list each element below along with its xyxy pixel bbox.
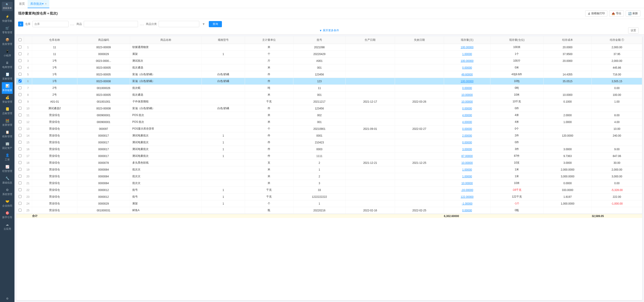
row-qty-main-20[interactable]: 10.00000 — [444, 180, 490, 187]
row-checkbox-22[interactable] — [16, 194, 24, 200]
table-row[interactable]: 9 A01-01 001001001 子件保质期组 千克 20211217 20… — [16, 98, 642, 105]
checkbox-5[interactable] — [18, 80, 22, 82]
row-checkbox-1[interactable] — [16, 51, 24, 58]
export-button[interactable]: 📤导出 — [609, 11, 624, 17]
row-qty-main-3[interactable]: 0.00000 — [444, 64, 490, 71]
row-checkbox-19[interactable] — [16, 173, 24, 180]
tab-close-inventory_batch[interactable]: × — [45, 2, 46, 6]
checkbox-18[interactable] — [18, 168, 22, 171]
row-checkbox-6[interactable] — [16, 85, 24, 92]
row-qty-main-12[interactable]: 0.00000 — [444, 125, 490, 132]
sidebar-search[interactable]: 🔍 搜索菜单 — [2, 2, 13, 11]
search-button[interactable]: 查询 — [209, 21, 222, 27]
row-qty-main-11[interactable]: 4.00000 — [444, 119, 490, 125]
sidebar-item-newbie[interactable]: 🎯 新手引导 — [2, 209, 13, 221]
table-row[interactable]: 17 营业综仓 0000017 测试电量批次 1 件 1111 87.00000… — [16, 153, 642, 160]
row-checkbox-24[interactable] — [16, 207, 24, 214]
table-row[interactable]: 20 营业综仓 0000084 批次次 米 2 1.00000 1米 3,000… — [16, 173, 642, 180]
row-qty-main-8[interactable]: 10.00000 — [444, 98, 490, 105]
expand-conditions-btn[interactable]: ▼ 展开更多条件 — [320, 29, 339, 32]
sidebar-item-tax[interactable]: 📋 税务管理 — [2, 128, 13, 140]
row-checkbox-17[interactable] — [16, 160, 24, 166]
table-row[interactable]: 24 营业综仓 0000029 展架 1 个 1 -1.00000 -1个 1,… — [16, 200, 642, 207]
checkbox-2[interactable] — [18, 59, 22, 62]
row-checkbox-11[interactable] — [16, 119, 24, 125]
row-qty-main-4[interactable]: 49.60000 — [444, 71, 490, 78]
checkbox-24[interactable] — [18, 209, 22, 212]
sidebar-item-cloud[interactable]: ☁ 云应用 — [2, 221, 13, 232]
row-checkbox-4[interactable] — [16, 71, 24, 78]
row-qty-main-24[interactable]: 0.00000 — [444, 207, 490, 214]
checkbox-8[interactable] — [18, 100, 22, 103]
row-checkbox-13[interactable] — [16, 132, 24, 139]
table-row[interactable]: 3 1号 0023-0000... 测试批次 斤 A001 100.00000 … — [16, 58, 642, 64]
table-row[interactable]: 19 营业综仓 0000084 批次次 米 1 1.00000 1米 2,000… — [16, 166, 642, 173]
checkbox-7[interactable] — [18, 93, 22, 96]
table-row[interactable]: 10 测试遴选2 0023-00008 富滋（白色/奶橘） 白色/奶橘 件 12… — [16, 105, 642, 112]
collapse-btn[interactable]: › — [18, 22, 23, 27]
row-qty-main-13[interactable]: 2.00000 — [444, 132, 490, 139]
table-row[interactable]: 21 营业综仓 0000084 批次次 米 3 10.00000 10米 0.0… — [16, 180, 642, 187]
checkbox-10[interactable] — [18, 113, 22, 116]
row-checkbox-5[interactable] — [16, 78, 24, 85]
row-qty-main-21[interactable]: -16.00000 — [444, 187, 490, 194]
checkbox-14[interactable] — [18, 141, 22, 144]
category-input[interactable] — [158, 21, 199, 27]
row-qty-main-0[interactable]: 100.00000 — [444, 44, 490, 51]
table-row[interactable]: 4 1号 0023-00005 批次遴选 米 001 0.00000 0米 44… — [16, 64, 642, 71]
row-qty-main-16[interactable]: 87.00000 — [444, 153, 490, 160]
sidebar-item-ops[interactable]: 📈 经营管理 — [2, 163, 13, 175]
row-qty-main-14[interactable]: 0.00000 — [444, 139, 490, 146]
table-row[interactable]: 7 2号 001000026 批次昵 吨 11 0.00000 0吨 0.00 — [16, 85, 642, 92]
table-row[interactable]: 14 营业综仓 0000017 测试电量批次 1 件 0001 2.00000 … — [16, 132, 642, 139]
table-row[interactable]: 23 营业综仓 0000012 批号 1 千克 1222222222 122.0… — [16, 194, 642, 200]
row-checkbox-8[interactable] — [16, 98, 24, 105]
row-qty-main-17[interactable]: 10.00000 — [444, 160, 490, 166]
checkbox-21[interactable] — [18, 188, 22, 191]
row-checkbox-7[interactable] — [16, 92, 24, 98]
row-checkbox-0[interactable] — [16, 44, 24, 51]
table-row[interactable]: 15 营业综仓 0000017 测试电量批次 1 件 210423 0.0000… — [16, 139, 642, 146]
sidebar-item-collab[interactable]: 🤝 企业协同 — [2, 198, 13, 209]
checkbox-6[interactable] — [18, 86, 22, 89]
row-checkbox-20[interactable] — [16, 180, 24, 187]
checkbox-13[interactable] — [18, 134, 22, 137]
checkbox-20[interactable] — [18, 182, 22, 184]
sidebar-item-hr[interactable]: 👤 工资 — [2, 152, 13, 163]
sidebar-item-invoice[interactable]: 🧮 发票管理 — [2, 117, 13, 128]
table-row[interactable]: 2 11 0000029 展架 1 个 20220429 1.00000 1个 … — [16, 51, 642, 58]
row-qty-main-22[interactable]: 122.00000 — [444, 194, 490, 200]
row-qty-main-9[interactable]: 0.00000 — [444, 105, 490, 112]
checkbox-0[interactable] — [18, 46, 22, 49]
row-checkbox-23[interactable] — [16, 200, 24, 207]
table-row[interactable]: 18 营业综仓 0000078 多头黑色软线 支 2 2021-12-21 20… — [16, 160, 642, 166]
sidebar-item-wholesale[interactable]: 📦 批发管理 — [2, 36, 13, 48]
row-qty-main-18[interactable]: 1.00000 — [444, 166, 490, 173]
row-qty-main-15[interactable]: 3.00000 — [444, 146, 490, 153]
table-row[interactable]: 13 营业综仓 000097 POS显示库存异常 个 20210901 2021… — [16, 125, 642, 132]
sidebar-item-general[interactable]: 📒 总账管理 — [2, 105, 13, 117]
sidebar-item-inventory[interactable]: 📊 库存核算 — [2, 82, 13, 94]
sidebar-item-quicknav[interactable]: ⚡ 快捷导航 — [2, 13, 13, 25]
checkbox-9[interactable] — [18, 107, 22, 110]
row-checkbox-14[interactable] — [16, 139, 24, 146]
table-row[interactable]: 5 1号 0023-00005 富滋（白色/奶橘） 白色/奶橘 件 123456… — [16, 71, 642, 78]
row-qty-main-1[interactable]: 1.00000 — [444, 51, 490, 58]
sidebar-item-ecommerce[interactable]: 🖥 电商管理 — [2, 59, 13, 71]
select-all-checkbox[interactable] — [18, 38, 22, 41]
row-checkbox-12[interactable] — [16, 125, 24, 132]
goods-input[interactable] — [84, 21, 138, 27]
row-qty-main-7[interactable]: 10.00000 — [444, 92, 490, 98]
warehouse-input[interactable] — [32, 21, 68, 27]
tab-home[interactable]: 首页 — [16, 0, 28, 8]
row-checkbox-3[interactable] — [16, 64, 24, 71]
row-qty-main-23[interactable]: -1.00000 — [444, 200, 490, 207]
tab-inventory_batch[interactable]: 库存批次▾× — [28, 0, 49, 8]
row-qty-main-5[interactable]: 100.00000 — [444, 78, 490, 85]
sidebar-item-basic[interactable]: 🔧 基础信息 — [2, 175, 13, 186]
checkbox-3[interactable] — [18, 66, 22, 69]
sidebar-item-purchase[interactable]: 🧾 采购管理 — [2, 71, 13, 82]
category-dropdown-icon[interactable]: ▼ — [202, 22, 205, 26]
checkbox-12[interactable] — [18, 127, 22, 130]
table-row[interactable]: 22 营业综仓 0000012 批号 1 千克 33 -16.00000 -16… — [16, 187, 642, 194]
